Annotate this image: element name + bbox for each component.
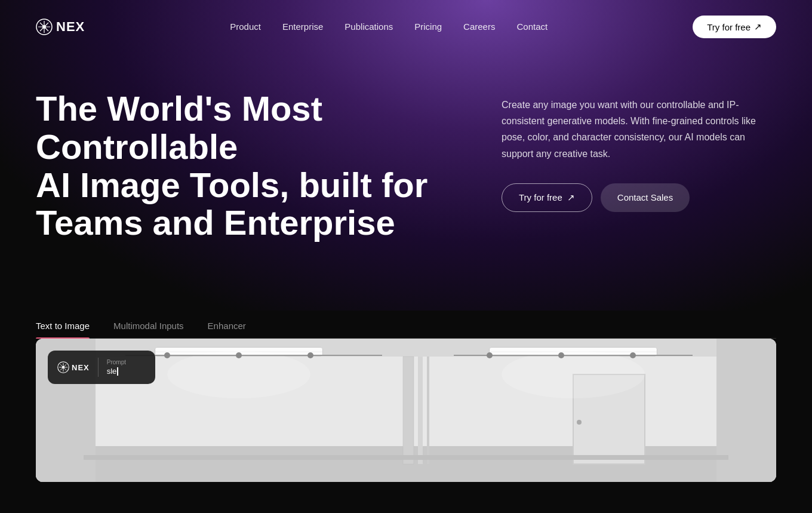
- prompt-logo-icon: [57, 361, 69, 373]
- prompt-label: Prompt: [107, 359, 126, 365]
- hero-section: The World's Most Controllable AI Image T…: [0, 54, 812, 266]
- hero-title: The World's Most Controllable AI Image T…: [36, 90, 442, 242]
- tabs-section: Text to Image Multimodal Inputs Enhancer: [0, 266, 812, 339]
- prompt-card: NEX Prompt sle: [48, 351, 155, 384]
- nav-links: Product Enterprise Publications Pricing …: [230, 21, 548, 32]
- prompt-logo-text: NEX: [72, 363, 90, 372]
- svg-rect-6: [716, 339, 776, 482]
- nav-careers[interactable]: Careers: [463, 21, 495, 32]
- tab-enhancer[interactable]: Enhancer: [208, 314, 246, 338]
- text-cursor: [117, 367, 118, 376]
- prompt-value: sle: [107, 367, 126, 376]
- brand-logo[interactable]: NEX: [36, 19, 85, 35]
- try-free-arrow-icon: ↗: [567, 192, 575, 203]
- tabs-bar: Text to Image Multimodal Inputs Enhancer: [36, 314, 776, 339]
- svg-point-29: [630, 352, 636, 358]
- nav-product[interactable]: Product: [230, 21, 261, 32]
- hero-left-column: The World's Most Controllable AI Image T…: [36, 90, 442, 266]
- nav-pricing[interactable]: Pricing: [414, 21, 442, 32]
- svg-point-21: [502, 351, 645, 398]
- hero-try-free-button[interactable]: Try for free ↗: [502, 183, 592, 212]
- nav-try-free-button[interactable]: Try for free ↗: [693, 16, 776, 38]
- svg-point-24: [164, 352, 170, 358]
- nav-publications[interactable]: Publications: [345, 21, 393, 32]
- svg-point-16: [577, 420, 582, 425]
- navbar: NEX Product Enterprise Publications Pric…: [0, 0, 812, 54]
- hero-right-column: Create any image you want with our contr…: [502, 90, 776, 212]
- svg-point-26: [307, 352, 313, 358]
- nav-cta-arrow-icon: ↗: [754, 21, 762, 32]
- prompt-content: Prompt sle: [107, 359, 126, 376]
- hero-description: Create any image you want with our contr…: [502, 97, 776, 162]
- tab-multimodal-inputs[interactable]: Multimodal Inputs: [113, 314, 184, 338]
- svg-rect-18: [427, 357, 429, 464]
- logo-text: NEX: [56, 19, 85, 35]
- svg-point-31: [62, 366, 64, 368]
- svg-rect-13: [403, 357, 414, 464]
- svg-rect-17: [418, 357, 423, 464]
- nav-enterprise[interactable]: Enterprise: [282, 21, 323, 32]
- demo-area: NEX Prompt sle: [36, 339, 776, 482]
- prompt-divider: [98, 358, 99, 377]
- svg-point-27: [487, 352, 493, 358]
- logo-icon: [36, 19, 53, 35]
- demo-image: NEX Prompt sle: [36, 339, 776, 482]
- nav-contact[interactable]: Contact: [516, 21, 548, 32]
- svg-point-25: [236, 352, 242, 358]
- hero-contact-sales-button[interactable]: Contact Sales: [601, 183, 690, 212]
- svg-point-28: [558, 352, 564, 358]
- svg-rect-19: [84, 455, 728, 460]
- prompt-logo: NEX: [57, 361, 90, 373]
- hero-buttons: Try for free ↗ Contact Sales: [502, 183, 776, 212]
- tab-text-to-image[interactable]: Text to Image: [36, 314, 90, 338]
- svg-point-1: [42, 25, 46, 29]
